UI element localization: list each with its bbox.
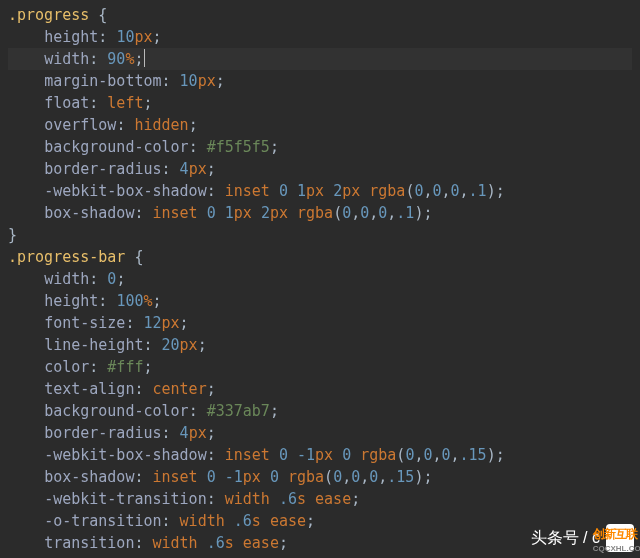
watermark-logo: 创新互联 CQCXHL.COM	[606, 524, 634, 552]
css-code-block: .progress { height: 10px; width: 90%; ma…	[0, 0, 640, 558]
watermark-text: 头条号 / c	[531, 527, 600, 549]
watermark: 头条号 / c 创新互联 CQCXHL.COM	[531, 524, 634, 552]
